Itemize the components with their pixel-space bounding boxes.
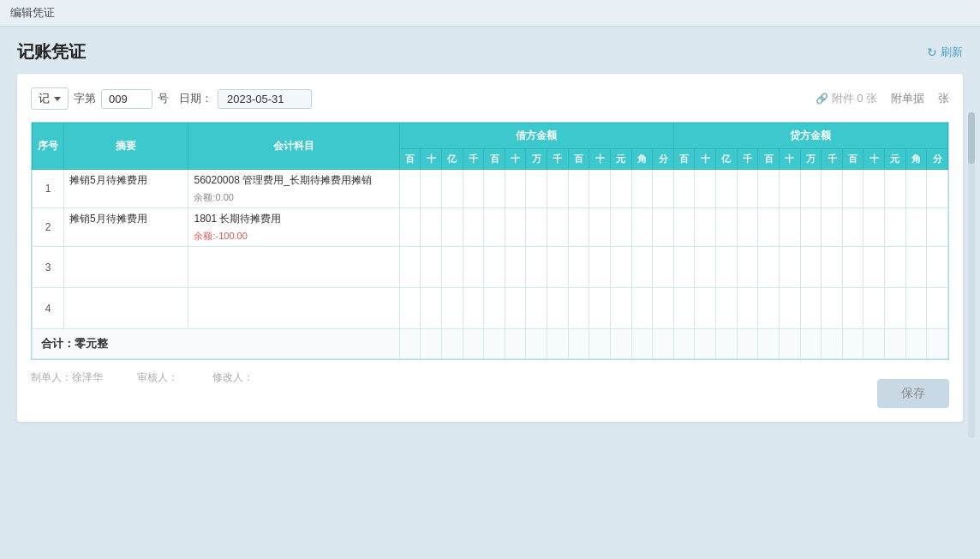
credit-cell-r0-c5[interactable]	[779, 170, 800, 208]
debit-cell-r0-c12[interactable]	[653, 170, 674, 208]
credit-cell-r3-c6[interactable]	[800, 288, 822, 329]
credit-cell-r2-c0[interactable]	[673, 247, 695, 288]
row-account-2[interactable]	[188, 247, 399, 288]
credit-cell-r0-c7[interactable]	[822, 170, 843, 208]
credit-cell-r0-c2[interactable]	[716, 170, 738, 208]
debit-cell-r3-c11[interactable]	[631, 288, 653, 329]
credit-cell-r1-c9[interactable]	[863, 208, 885, 247]
debit-cell-r1-c4[interactable]	[484, 208, 505, 247]
credit-cell-r3-c8[interactable]	[842, 288, 863, 329]
credit-cell-r2-c2[interactable]	[716, 247, 738, 288]
credit-cell-r3-c5[interactable]	[779, 288, 800, 329]
debit-cell-r3-c2[interactable]	[441, 288, 463, 329]
credit-cell-r0-c4[interactable]	[758, 170, 780, 208]
voucher-type-dropdown[interactable]: 记	[31, 87, 69, 110]
credit-cell-r2-c9[interactable]	[863, 247, 885, 288]
debit-cell-r2-c4[interactable]	[484, 247, 505, 288]
credit-cell-r2-c10[interactable]	[885, 247, 906, 288]
credit-cell-r1-c4[interactable]	[758, 208, 780, 247]
debit-cell-r3-c7[interactable]	[547, 288, 569, 329]
credit-cell-r1-c12[interactable]	[927, 208, 948, 247]
debit-cell-r0-c3[interactable]	[463, 170, 484, 208]
debit-cell-r2-c3[interactable]	[463, 247, 484, 288]
credit-cell-r2-c6[interactable]	[800, 247, 822, 288]
debit-cell-r0-c7[interactable]	[547, 170, 569, 208]
debit-cell-r1-c11[interactable]	[631, 208, 653, 247]
credit-cell-r2-c7[interactable]	[822, 247, 843, 288]
credit-cell-r3-c2[interactable]	[716, 288, 738, 329]
credit-cell-r1-c7[interactable]	[822, 208, 843, 247]
credit-cell-r0-c8[interactable]	[842, 170, 863, 208]
debit-cell-r0-c5[interactable]	[505, 170, 526, 208]
credit-cell-r3-c9[interactable]	[863, 288, 885, 329]
debit-cell-r2-c9[interactable]	[589, 247, 611, 288]
debit-cell-r0-c10[interactable]	[610, 170, 631, 208]
credit-cell-r1-c1[interactable]	[695, 208, 716, 247]
credit-cell-r3-c10[interactable]	[885, 288, 906, 329]
debit-cell-r2-c2[interactable]	[441, 247, 463, 288]
debit-cell-r0-c0[interactable]	[399, 170, 421, 208]
row-summary-0[interactable]: 摊销5月待摊费用	[63, 170, 188, 208]
debit-cell-r2-c11[interactable]	[631, 247, 653, 288]
credit-cell-r2-c11[interactable]	[905, 247, 927, 288]
debit-cell-r2-c1[interactable]	[421, 247, 442, 288]
credit-cell-r2-c1[interactable]	[695, 247, 716, 288]
debit-cell-r0-c1[interactable]	[421, 170, 442, 208]
row-account-1[interactable]: 1801 长期待摊费用余额:-100.00	[188, 208, 399, 247]
credit-cell-r3-c3[interactable]	[737, 288, 758, 329]
debit-cell-r1-c2[interactable]	[441, 208, 463, 247]
debit-cell-r1-c5[interactable]	[505, 208, 526, 247]
credit-cell-r3-c4[interactable]	[758, 288, 780, 329]
credit-cell-r2-c3[interactable]	[737, 247, 758, 288]
credit-cell-r0-c11[interactable]	[905, 170, 927, 208]
credit-cell-r1-c11[interactable]	[905, 208, 927, 247]
debit-cell-r0-c6[interactable]	[526, 170, 547, 208]
save-button[interactable]: 保存	[877, 379, 949, 408]
debit-cell-r1-c12[interactable]	[653, 208, 674, 247]
row-account-3[interactable]	[188, 288, 399, 329]
debit-cell-r0-c4[interactable]	[484, 170, 505, 208]
voucher-number-field[interactable]: 009	[101, 89, 152, 109]
credit-cell-r3-c11[interactable]	[905, 288, 927, 329]
credit-cell-r0-c10[interactable]	[885, 170, 906, 208]
debit-cell-r1-c6[interactable]	[526, 208, 547, 247]
credit-cell-r1-c2[interactable]	[716, 208, 738, 247]
credit-cell-r3-c7[interactable]	[822, 288, 843, 329]
debit-cell-r1-c3[interactable]	[463, 208, 484, 247]
credit-cell-r3-c12[interactable]	[927, 288, 948, 329]
credit-cell-r2-c12[interactable]	[927, 247, 948, 288]
debit-cell-r2-c5[interactable]	[505, 247, 526, 288]
credit-cell-r1-c10[interactable]	[885, 208, 906, 247]
credit-cell-r0-c6[interactable]	[800, 170, 822, 208]
debit-cell-r2-c7[interactable]	[547, 247, 569, 288]
debit-cell-r0-c9[interactable]	[589, 170, 611, 208]
debit-cell-r3-c8[interactable]	[568, 288, 589, 329]
debit-cell-r2-c10[interactable]	[610, 247, 631, 288]
debit-cell-r3-c1[interactable]	[421, 288, 442, 329]
debit-cell-r1-c0[interactable]	[399, 208, 421, 247]
debit-cell-r3-c3[interactable]	[463, 288, 484, 329]
debit-cell-r3-c5[interactable]	[505, 288, 526, 329]
debit-cell-r2-c12[interactable]	[653, 247, 674, 288]
row-account-0[interactable]: 56020008 管理费用_长期待摊费用摊销余额:0.00	[188, 170, 399, 208]
debit-cell-r0-c8[interactable]	[568, 170, 589, 208]
credit-cell-r0-c3[interactable]	[737, 170, 758, 208]
row-summary-1[interactable]: 摊销5月待摊费用	[63, 208, 188, 247]
credit-cell-r3-c1[interactable]	[695, 288, 716, 329]
credit-cell-r2-c5[interactable]	[779, 247, 800, 288]
credit-cell-r1-c5[interactable]	[779, 208, 800, 247]
attachment-link[interactable]: 🔗 附件 0 张	[816, 91, 877, 106]
debit-cell-r3-c12[interactable]	[653, 288, 674, 329]
scrollbar[interactable]	[968, 112, 975, 438]
refresh-button[interactable]: ↻ 刷新	[927, 45, 963, 60]
debit-cell-r3-c0[interactable]	[399, 288, 421, 329]
debit-cell-r2-c0[interactable]	[399, 247, 421, 288]
credit-cell-r1-c6[interactable]	[800, 208, 822, 247]
debit-cell-r0-c2[interactable]	[441, 170, 463, 208]
debit-cell-r3-c10[interactable]	[610, 288, 631, 329]
debit-cell-r1-c8[interactable]	[568, 208, 589, 247]
debit-cell-r0-c11[interactable]	[631, 170, 653, 208]
credit-cell-r2-c8[interactable]	[842, 247, 863, 288]
credit-cell-r1-c0[interactable]	[673, 208, 695, 247]
credit-cell-r0-c12[interactable]	[927, 170, 948, 208]
